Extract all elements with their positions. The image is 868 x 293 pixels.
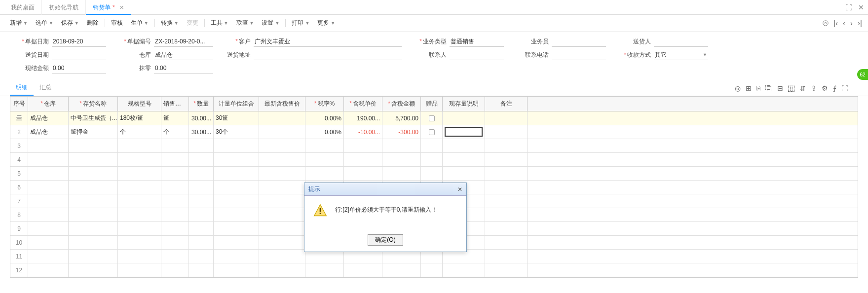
tab-detail[interactable]: 明细 — [10, 80, 34, 96]
settings-button[interactable]: 设置▼ — [258, 16, 283, 31]
contact-field[interactable] — [450, 50, 504, 60]
cell-qty[interactable]: 30.00... — [189, 111, 214, 125]
discount-field[interactable]: 0.00 — [154, 63, 213, 73]
col-remark[interactable]: 备注 — [485, 97, 528, 111]
col-gift[interactable]: 赠品 — [421, 97, 443, 111]
phone-field[interactable] — [552, 50, 606, 60]
salesman-field[interactable] — [552, 37, 606, 47]
pay-method-field[interactable]: 其它▼ — [654, 50, 708, 60]
cell-unitprice[interactable]: -10.00... — [344, 125, 382, 139]
cell-unit[interactable]: 个 — [161, 125, 189, 139]
col-idx[interactable]: 序号 — [10, 97, 28, 111]
cell-amount[interactable]: 5,700.00 — [382, 111, 421, 125]
copy-row-icon[interactable]: ⿻ — [765, 84, 772, 92]
prev-record-icon[interactable]: ‹ — [843, 19, 845, 28]
tab-init-nav[interactable]: 初始化导航 — [42, 0, 86, 15]
maximize-icon[interactable]: ⛶ — [845, 3, 852, 11]
locate-row-icon[interactable]: ◎ — [735, 84, 741, 92]
add-row-icon[interactable]: ⊞ — [746, 84, 752, 92]
delete-button[interactable]: 删除 — [83, 16, 103, 31]
doc-date-field[interactable]: 2018-09-20 — [52, 37, 106, 47]
deliverer-field[interactable] — [654, 37, 708, 47]
next-record-icon[interactable]: › — [850, 19, 853, 28]
tab-desktop[interactable]: 我的桌面 — [4, 0, 42, 15]
col-comb[interactable]: 计量单位组合 — [214, 97, 259, 111]
checkbox-icon[interactable] — [429, 129, 435, 135]
tool-button[interactable]: 工具▼ — [207, 16, 232, 31]
cell-warehouse[interactable]: 成品仓 — [28, 125, 69, 139]
save-button[interactable]: 保存▼ — [57, 16, 83, 31]
generate-button[interactable]: 生单▼ — [127, 16, 152, 31]
cell-qty[interactable]: 30.00... — [189, 125, 214, 139]
doc-no-field[interactable]: ZX-2018-09-20-0... — [154, 37, 213, 47]
warehouse-field[interactable]: 成品仓 — [154, 50, 213, 60]
export-icon[interactable]: ⇪ — [811, 84, 817, 92]
cash-amt-field[interactable]: 0.00 — [52, 63, 106, 73]
first-record-icon[interactable]: |‹ — [833, 19, 838, 28]
col-unitprice[interactable]: *含税单价 — [344, 97, 382, 111]
print-button[interactable]: 打印▼ — [288, 16, 313, 31]
cell-stock[interactable] — [443, 125, 485, 139]
dialog-close-icon[interactable]: ✕ — [457, 186, 462, 193]
col-rate[interactable]: *税率% — [305, 97, 344, 111]
cell-comb[interactable]: 30个 — [214, 125, 259, 139]
tab-summary[interactable]: 汇总 — [34, 80, 57, 96]
convert-button[interactable]: 转换▼ — [157, 16, 183, 31]
locate-icon[interactable]: ⦾ — [823, 19, 829, 28]
table-row[interactable]: 亖成品仓中号卫生咸蛋（...180枚/筐筐30.00...30筐0.00%190… — [10, 111, 858, 125]
tab-sales-order[interactable]: 销货单* ✕ — [86, 0, 131, 15]
config-icon[interactable]: ⚙ — [822, 84, 828, 92]
new-button[interactable]: 新增▼ — [6, 16, 32, 31]
cell-warehouse[interactable]: 成品仓 — [28, 111, 69, 125]
cell-comb[interactable]: 30筐 — [214, 111, 259, 125]
table-row[interactable]: 3 — [10, 139, 858, 153]
col-spec[interactable]: 规格型号 — [118, 97, 161, 111]
col-stock[interactable]: 现存量说明 — [443, 97, 485, 111]
insert-row-icon[interactable]: ⎘ — [756, 84, 760, 92]
biz-type-field[interactable]: 普通销售 — [450, 37, 504, 47]
notification-badge[interactable]: 62 — [857, 69, 868, 80]
audit-button[interactable]: 审核 — [107, 16, 127, 31]
cell-unit[interactable]: 筐 — [161, 111, 189, 125]
function-icon[interactable]: ⨍ — [833, 84, 836, 92]
table-row[interactable]: 5 — [10, 167, 858, 181]
window-close-icon[interactable]: ✕ — [858, 3, 864, 11]
cell-remark[interactable] — [485, 111, 528, 125]
cell-remark[interactable] — [485, 125, 528, 139]
cell-newprice[interactable] — [259, 125, 305, 139]
col-qty[interactable]: *数量 — [189, 97, 214, 111]
col-amount[interactable]: *含税金额 — [382, 97, 421, 111]
cell-rate[interactable]: 0.00% — [305, 111, 344, 125]
cell-amount[interactable]: -300.00 — [382, 125, 421, 139]
checkbox-icon[interactable] — [429, 115, 435, 121]
table-row[interactable]: 2成品仓筐押金个个30.00...30个0.00%-10.00...-300.0… — [10, 125, 858, 139]
cell-name[interactable]: 中号卫生咸蛋（... — [69, 111, 118, 125]
cell-unitprice[interactable]: 190.00... — [344, 111, 382, 125]
col-warehouse[interactable]: *仓库 — [28, 97, 69, 111]
cell-stock[interactable] — [443, 111, 485, 125]
cell-spec[interactable]: 个 — [118, 125, 161, 139]
cell-rate[interactable]: 0.00% — [305, 125, 344, 139]
cell-name[interactable]: 筐押金 — [69, 125, 118, 139]
last-record-icon[interactable]: ›| — [858, 19, 862, 28]
table-row[interactable]: 4 — [10, 153, 858, 167]
delete-row-icon[interactable]: ⊟ — [777, 84, 783, 92]
select-order-button[interactable]: 选单▼ — [32, 16, 57, 31]
cell-spec[interactable]: 180枚/筐 — [118, 111, 161, 125]
close-icon[interactable]: ✕ — [119, 4, 124, 10]
more-button[interactable]: 更多▼ — [313, 16, 339, 31]
cell-gift[interactable] — [421, 111, 443, 125]
sort-icon[interactable]: ⇵ — [800, 84, 806, 92]
barcode-icon[interactable]: ⿲ — [788, 84, 795, 92]
ship-addr-field[interactable] — [254, 50, 402, 60]
dialog-titlebar[interactable]: 提示 ✕ — [304, 183, 466, 196]
col-newprice[interactable]: 最新含税售价 — [259, 97, 305, 111]
ship-date-field[interactable] — [52, 50, 106, 60]
table-row[interactable]: 12 — [10, 263, 858, 277]
col-name[interactable]: *存货名称 — [69, 97, 118, 111]
cell-newprice[interactable] — [259, 111, 305, 125]
cell-gift[interactable] — [421, 125, 443, 139]
link-query-button[interactable]: 联查▼ — [232, 16, 258, 31]
col-unit[interactable]: 销售单位 — [161, 97, 189, 111]
fullscreen-icon[interactable]: ⛶ — [841, 84, 848, 92]
